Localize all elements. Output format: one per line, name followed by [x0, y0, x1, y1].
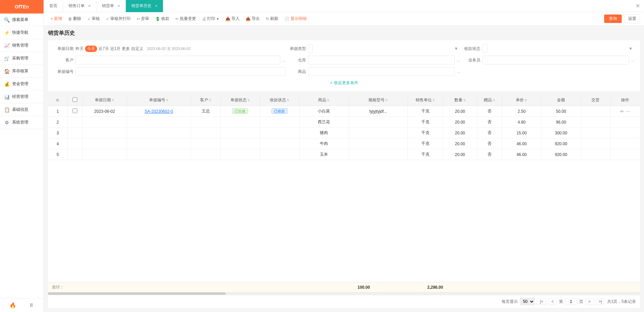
abandon-button[interactable]: ↩ 弃审 [134, 15, 152, 23]
shortcut-7days[interactable]: 近7天 [99, 46, 109, 52]
new-button[interactable]: + 新增 [48, 15, 65, 23]
refresh-button[interactable]: ↻ 刷新 [263, 15, 281, 23]
cell-order[interactable] [127, 128, 191, 138]
sidebar-item-sales-mgmt[interactable]: 📈 销售管理 [0, 39, 44, 52]
customer-input[interactable] [76, 56, 280, 64]
import-button[interactable]: 📥 导入 [223, 15, 242, 23]
pause-icon[interactable]: ⏸ [29, 302, 34, 309]
shortcut-1month[interactable]: 近1月 [110, 46, 121, 52]
sidebar-item-inventory[interactable]: 🏠 库存核算 [0, 65, 44, 78]
th-spec[interactable]: 规格型号⇅ [348, 95, 408, 106]
cell-check[interactable] [67, 117, 82, 128]
tab-sales-order-close[interactable]: ✕ [88, 4, 91, 8]
cell-check[interactable] [67, 149, 82, 160]
goods-input[interactable] [308, 67, 455, 76]
per-page-select[interactable]: 50 [520, 298, 535, 305]
doc-num-input[interactable] [76, 67, 286, 76]
prev-page-button[interactable]: < [548, 298, 557, 305]
cell-check[interactable] [67, 138, 82, 149]
goods-extra[interactable]: ... [457, 69, 460, 74]
th-customer[interactable]: 客户⇅ [191, 95, 221, 106]
first-page-button[interactable]: |< [537, 298, 546, 305]
cell-trade [581, 128, 611, 138]
setting-icon[interactable]: ⚙ [56, 98, 59, 103]
th-status-label: 单据状态 [230, 97, 247, 103]
cell-customer: 王总 [191, 106, 221, 117]
audit-print-icon: ✓ [106, 17, 109, 21]
sidebar-item-basic-info[interactable]: 📋 基础信息 [0, 103, 44, 116]
sidebar-item-quick-nav[interactable]: ⚡ 快捷导航 [0, 26, 44, 39]
show-detail-button[interactable]: 📄 显示明细 [282, 15, 309, 23]
audit-button[interactable]: ✓ 审核 [85, 15, 103, 23]
print-button[interactable]: 🖨 打印 ▼ [199, 15, 222, 23]
tab-sales-goods[interactable]: 销货单 ✕ [96, 0, 126, 12]
tab-sales-history-close[interactable]: ✕ [155, 4, 158, 8]
page-input[interactable] [565, 298, 577, 305]
sidebar-item-search-menu[interactable]: 🔍 搜索菜单 [0, 14, 44, 26]
close-all-tabs[interactable]: ✕ [632, 3, 644, 9]
warehouse-extra[interactable]: ... [457, 58, 460, 62]
tab-sales-history[interactable]: 销货单历史 ✕ [126, 0, 163, 12]
shortcut-today[interactable]: 今天 [85, 46, 97, 52]
cell-idx: 2 [48, 117, 67, 128]
row-checkbox[interactable] [73, 108, 77, 113]
customer-extra[interactable]: ... [282, 58, 286, 62]
th-pay-status[interactable]: 收款状态⇅ [260, 95, 299, 106]
th-goods[interactable]: 商品⇅ [299, 95, 348, 106]
sidebar-item-purchase-mgmt[interactable]: 🛒 采购管理 [0, 52, 44, 65]
next-page-button[interactable]: > [585, 298, 594, 305]
cell-order[interactable] [127, 117, 191, 128]
collect-button[interactable]: 💲 收款 [152, 15, 172, 23]
warehouse-input[interactable] [308, 56, 455, 64]
sidebar-item-system[interactable]: ⚙ 系统管理 [0, 116, 44, 129]
select-all-checkbox[interactable] [73, 97, 77, 102]
fire-icon[interactable]: 🔥 [9, 302, 16, 309]
status-sort-icon: ⇅ [247, 99, 250, 102]
th-qty[interactable]: 数量⇅ [443, 95, 477, 106]
edit-ops-btn[interactable]: ✏ [620, 109, 624, 114]
cell-goods: 西兰花 [299, 117, 348, 128]
table-scroll[interactable]: ⚙ 单据日期⇅ 单据编号⇅ 客 [48, 95, 640, 282]
th-gift[interactable]: 赠品⇅ [477, 95, 502, 106]
sidebar-item-finance[interactable]: 💰 资金管理 [0, 78, 44, 90]
export-button[interactable]: 📤 导出 [243, 15, 262, 23]
th-checkbox[interactable] [67, 95, 82, 106]
cell-check[interactable] [67, 106, 82, 117]
table-header-row: ⚙ 单据日期⇅ 单据编号⇅ 客 [48, 95, 640, 106]
th-price[interactable]: 单价⇅ [502, 95, 541, 106]
cell-ops: ✏⋯ [610, 106, 640, 117]
shortcut-custom[interactable]: 自定义 [131, 46, 143, 52]
th-order-no[interactable]: 单据编号⇅ [127, 95, 191, 106]
setting-button[interactable]: 设置 [624, 14, 640, 23]
doc-type-select[interactable] [308, 44, 313, 53]
pay-status-select[interactable] [482, 44, 487, 53]
shortcut-more[interactable]: 更多 [122, 46, 130, 52]
th-status[interactable]: 单据状态⇅ [220, 95, 260, 106]
more-ops-btn[interactable]: ⋯ [625, 109, 630, 114]
cell-order[interactable] [127, 149, 191, 160]
th-setting[interactable]: ⚙ [48, 95, 67, 106]
salesman-extra[interactable]: ... [631, 58, 635, 62]
cell-idx: 3 [48, 128, 67, 138]
cell-check[interactable] [67, 128, 82, 138]
salesman-input[interactable] [482, 56, 629, 64]
sidebar-item-operation[interactable]: 📊 经营管理 [0, 90, 44, 103]
cell-order[interactable] [127, 138, 191, 149]
delete-button[interactable]: 🗑 删除 [65, 15, 84, 23]
audit-icon: ✓ [87, 17, 91, 21]
shortcut-yesterday[interactable]: 昨天 [76, 46, 84, 52]
batch-change-button[interactable]: ✏ 批量变更 [173, 15, 199, 23]
collapse-button[interactable]: ∧ 收起更多条件 [53, 79, 635, 87]
cell-gift: 否 [477, 149, 502, 160]
last-page-button[interactable]: >| [596, 298, 605, 305]
tab-home[interactable]: 首页 [44, 0, 63, 12]
audit-print-button[interactable]: ✓ 审核并打印 [103, 15, 133, 23]
order-link[interactable]: SA-20230602-0 [145, 109, 173, 114]
horizontal-scrollbar[interactable] [48, 292, 640, 295]
query-button[interactable]: 查询 [604, 15, 622, 23]
cell-order[interactable]: SA-20230602-0 [127, 106, 191, 117]
th-unit[interactable]: 销售单位⇅ [408, 95, 443, 106]
tab-sales-goods-close[interactable]: ✕ [117, 4, 120, 8]
th-date[interactable]: 单据日期⇅ [82, 95, 127, 106]
tab-sales-order[interactable]: 销售订单 ✕ [63, 0, 96, 12]
